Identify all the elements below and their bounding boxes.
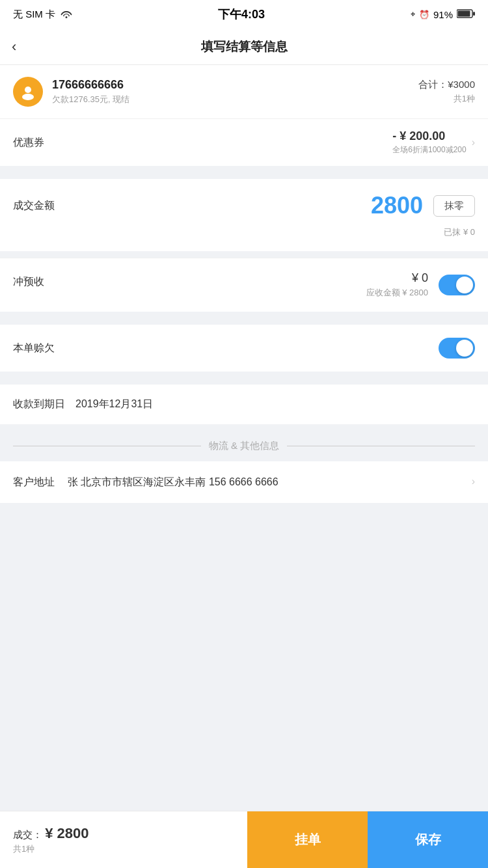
chevron-right-icon: ›	[472, 137, 475, 148]
pending-button[interactable]: 挂单	[247, 811, 368, 869]
precollect-section: 冲预收 ¥ 0 应收金额 ¥ 2800	[0, 258, 488, 312]
customer-phone: 17666666666	[52, 78, 129, 92]
coupon-row[interactable]: 优惠券 - ¥ 200.00 全场6折满1000减200 ›	[0, 118, 488, 166]
precollect-right: ¥ 0 应收金额 ¥ 2800	[366, 271, 475, 299]
coupon-right: - ¥ 200.00 全场6折满1000减200 ›	[392, 129, 475, 156]
svg-rect-1	[457, 10, 470, 16]
amount-label: 成交金额	[13, 199, 55, 213]
deal-amount-section: 成交金额 2800 抹零 已抹 ¥ 0	[0, 179, 488, 251]
precollect-label: 冲预收	[13, 271, 44, 289]
avatar	[13, 77, 43, 107]
precollect-value-group: ¥ 0 应收金额 ¥ 2800	[366, 271, 428, 299]
customer-sub: 欠款1276.35元, 现结	[52, 94, 129, 105]
amount-row: 成交金额 2800 抹零	[13, 192, 475, 219]
duedate-row: 收款到期日 2019年12月31日	[13, 398, 475, 411]
customer-total: 合计：¥3000 共1种	[418, 79, 475, 105]
status-time: 下午4:03	[218, 7, 265, 22]
debt-toggle[interactable]	[439, 338, 475, 359]
alarm-icon: ⏰	[419, 10, 429, 20]
coupon-label: 优惠券	[13, 136, 44, 150]
toggle-knob	[456, 277, 473, 293]
customer-row: 17666666666 欠款1276.35元, 现结 合计：¥3000 共1种	[0, 65, 488, 118]
battery-icon	[457, 9, 475, 20]
logistics-divider: 物流 & 其他信息	[0, 431, 488, 461]
coupon-amount: - ¥ 200.00	[392, 129, 466, 143]
deal-count: 共1种	[13, 843, 234, 855]
bottom-summary: 成交： ¥ 2800 共1种	[0, 825, 247, 855]
logistics-line-left	[13, 446, 201, 446]
svg-point-3	[25, 87, 31, 93]
status-right: ⌖ ⏰ 91%	[411, 9, 475, 20]
address-value: 张 北京市市辖区海淀区永丰南 156 6666 6666	[68, 474, 467, 490]
coupon-desc: 全场6折满1000减200	[392, 144, 466, 156]
duedate-section: 收款到期日 2019年12月31日	[0, 385, 488, 424]
customer-left: 17666666666 欠款1276.35元, 现结	[13, 77, 129, 107]
bottom-deal-row: 成交： ¥ 2800	[13, 825, 234, 842]
debt-section: 本单赊欠	[0, 325, 488, 372]
empty-space	[0, 509, 488, 627]
debt-label: 本单赊欠	[13, 342, 55, 355]
wifi-icon	[61, 9, 72, 20]
total-label: 合计：¥3000	[418, 79, 475, 91]
divider3	[0, 378, 488, 385]
back-button[interactable]: ‹	[12, 38, 16, 55]
address-chevron-icon: ›	[467, 474, 475, 487]
duedate-label: 收款到期日	[13, 398, 65, 411]
bottom-bar: 成交： ¥ 2800 共1种 挂单 保存	[0, 811, 488, 868]
round-button[interactable]: 抹零	[433, 195, 475, 217]
precollect-value: ¥ 0	[366, 271, 428, 285]
logistics-line-right	[287, 446, 475, 446]
divider2	[0, 318, 488, 325]
customer-info: 17666666666 欠款1276.35元, 现结	[52, 78, 129, 105]
customer-section: 17666666666 欠款1276.35元, 现结 合计：¥3000 共1种 …	[0, 65, 488, 166]
svg-point-4	[22, 94, 34, 100]
duedate-value: 2019年12月31日	[75, 398, 153, 411]
content: 17666666666 欠款1276.35元, 现结 合计：¥3000 共1种 …	[0, 65, 488, 692]
deal-amount: ¥ 2800	[45, 825, 88, 841]
page-title: 填写结算等信息	[201, 38, 288, 55]
save-button[interactable]: 保存	[368, 811, 488, 869]
svg-rect-2	[473, 12, 475, 16]
location-icon: ⌖	[411, 9, 415, 20]
status-bar: 无 SIM 卡 下午4:03 ⌖ ⏰ 91%	[0, 0, 488, 29]
precollect-toggle[interactable]	[439, 275, 475, 295]
logistics-text: 物流 & 其他信息	[209, 440, 279, 452]
address-label: 客户地址	[13, 474, 68, 489]
divider1	[0, 172, 488, 179]
status-left: 无 SIM 卡	[13, 8, 72, 21]
amount-value: 2800	[371, 192, 423, 219]
amount-value-group: 2800 抹零	[371, 192, 475, 219]
amount-sub: 已抹 ¥ 0	[444, 227, 475, 237]
address-section[interactable]: 客户地址 张 北京市市辖区海淀区永丰南 156 6666 6666 ›	[0, 461, 488, 503]
nav-bar: ‹ 填写结算等信息	[0, 29, 488, 65]
battery-text: 91%	[433, 9, 453, 20]
sim-text: 无 SIM 卡	[13, 8, 55, 21]
toggle-knob-debt	[456, 340, 473, 357]
deal-prefix: 成交：	[13, 829, 42, 840]
total-count: 共1种	[418, 93, 475, 105]
precollect-sub: 应收金额 ¥ 2800	[366, 287, 428, 299]
precollect-row: 冲预收 ¥ 0 应收金额 ¥ 2800	[13, 271, 475, 299]
